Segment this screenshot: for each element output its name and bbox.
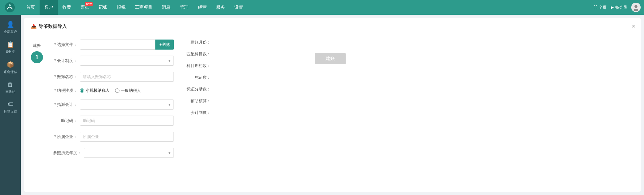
tax-option2-text: 一般纳税人 <box>121 88 141 93</box>
nav-accounting[interactable]: 记账 <box>94 0 112 15</box>
reference-year-select-wrapper: ▼ <box>84 148 174 158</box>
sidebar-item-tag-settings[interactable]: 🏷 标签设置 <box>0 97 21 117</box>
accounting-system-label: * 会计制度： <box>53 58 77 64</box>
assigned-accountant-row: * 指派会计： ▼ <box>53 100 174 110</box>
app-logo <box>3 1 16 14</box>
memo-code-label: 助记码： <box>53 118 77 124</box>
auxiliary-accounting-label: 辅助核算： <box>184 98 211 104</box>
nav-collection[interactable]: 收费 <box>58 0 76 15</box>
nav-settings[interactable]: 设置 <box>230 0 248 15</box>
ledger-name-input[interactable] <box>80 72 174 82</box>
accounting-system-select-wrapper: ▼ <box>80 56 174 66</box>
recycle-icon: 🗑 <box>7 81 13 88</box>
fullscreen-button[interactable]: ⛶ 全屏 <box>593 5 607 10</box>
voucher-count-label: 凭证数： <box>184 75 211 80</box>
new-badge: new <box>85 2 93 6</box>
assigned-accountant-label: * 指派会计： <box>53 102 77 108</box>
build-account-button[interactable]: 建账 <box>315 53 346 64</box>
nav-tax[interactable]: 报税 <box>112 0 130 15</box>
sidebar: 👤 全部客户 📋 0申报 📦 账套迁移 🗑 回收站 🏷 标签设置 <box>0 15 21 195</box>
accounting-month-label: 建账月份： <box>184 40 211 45</box>
sidebar-item-label: 账套迁移 <box>4 70 17 74</box>
company-input[interactable] <box>80 132 174 142</box>
sidebar-item-label: 回收站 <box>5 89 15 94</box>
nav-right-actions: ⛶ 全屏 ▶ 畅会员 <box>593 3 641 12</box>
accounting-system-row: * 会计制度： ▼ <box>53 56 174 66</box>
step-indicator: 建账 1 <box>31 40 43 63</box>
account-migrate-icon: 📦 <box>7 61 14 68</box>
nav-items: 首页 客户 收费 票据 new 记账 报税 工商项目 消息 管理 经营 服务 设… <box>21 0 593 15</box>
subject-initial-label: 科目期初数： <box>184 63 211 69</box>
declaration-icon: 📋 <box>7 41 14 48</box>
member-label: 畅会员 <box>615 5 627 10</box>
select-file-label: * 选择文件： <box>53 42 77 48</box>
tax-type-row: * 纳税性质： 小规模纳税人 一般纳税人 <box>53 88 174 93</box>
sidebar-item-label: 全部客户 <box>4 29 17 34</box>
auxiliary-accounting-row: 辅助核算： <box>184 98 305 104</box>
tax-option2-radio[interactable] <box>115 88 119 93</box>
right-accounting-system-row: 会计制度： <box>184 110 305 116</box>
match-subjects-label: 匹配科目数： <box>184 51 211 57</box>
content-area: 📥 导爷数据导入 × 建账 1 * 选择文件： <box>21 15 644 195</box>
panel-title-text: 导爷数据导入 <box>39 23 67 29</box>
select-file-row: * 选择文件： +浏览 <box>53 40 174 50</box>
panel-title: 📥 导爷数据导入 <box>31 23 634 29</box>
tax-option2-label[interactable]: 一般纳税人 <box>115 88 141 93</box>
accounting-month-row: 建账月份： <box>184 40 305 45</box>
form-left: * 选择文件： +浏览 * 会计制度： ▼ <box>53 40 174 164</box>
reference-year-label: 参照历史年度： <box>53 150 81 156</box>
main-panel: 📥 导爷数据导入 × 建账 1 * 选择文件： <box>24 18 641 192</box>
user-avatar[interactable] <box>631 3 641 12</box>
top-navigation: 首页 客户 收费 票据 new 记账 报税 工商项目 消息 管理 经营 服务 设… <box>0 0 644 15</box>
all-clients-icon: 👤 <box>7 21 14 28</box>
tax-option1-text: 小规模纳税人 <box>86 88 110 93</box>
voucher-entries-row: 凭证分录数： <box>184 86 305 92</box>
nav-bizproject[interactable]: 工商项目 <box>130 0 157 15</box>
browse-button[interactable]: +浏览 <box>155 40 174 50</box>
voucher-entries-label: 凭证分录数： <box>184 86 211 92</box>
nav-invoices[interactable]: 票据 new <box>76 0 94 15</box>
tax-option1-label[interactable]: 小规模纳税人 <box>80 88 110 93</box>
file-text-input[interactable] <box>80 40 155 50</box>
assigned-accountant-select[interactable] <box>80 100 174 110</box>
subject-initial-row: 科目期初数： <box>184 63 305 69</box>
nav-messages[interactable]: 消息 <box>157 0 175 15</box>
match-subjects-row: 匹配科目数： <box>184 51 305 57</box>
company-row: * 所属企业： <box>53 132 174 142</box>
reference-year-row: 参照历史年度： ▼ <box>53 148 174 158</box>
sidebar-item-label: 标签设置 <box>4 109 17 114</box>
nav-operations[interactable]: 经营 <box>193 0 211 15</box>
svg-point-3 <box>634 9 638 11</box>
assigned-accountant-select-wrapper: ▼ <box>80 100 174 110</box>
accounting-system-select[interactable] <box>80 56 174 66</box>
nav-management[interactable]: 管理 <box>175 0 193 15</box>
member-icon: ▶ <box>611 5 614 10</box>
nav-customers[interactable]: 客户 <box>40 0 58 15</box>
tax-type-radio-group: 小规模纳税人 一般纳税人 <box>80 88 141 93</box>
svg-point-2 <box>635 5 638 8</box>
close-button[interactable]: × <box>632 23 635 30</box>
file-input-wrapper: +浏览 <box>80 40 174 50</box>
sidebar-item-recycle[interactable]: 🗑 回收站 <box>0 78 21 97</box>
right-accounting-system-label: 会计制度： <box>184 110 211 116</box>
memo-code-row: 助记码： <box>53 116 174 126</box>
ledger-name-label: * 账簿名称： <box>53 74 77 80</box>
svg-point-1 <box>9 4 11 6</box>
reference-year-select[interactable] <box>84 148 174 158</box>
sidebar-item-declaration[interactable]: 📋 0申报 <box>0 38 21 58</box>
form-action: 建账 <box>315 40 346 64</box>
main-layout: 👤 全部客户 📋 0申报 📦 账套迁移 🗑 回收站 🏷 标签设置 📥 导爷数据导… <box>0 15 644 195</box>
memo-code-input[interactable] <box>80 116 174 126</box>
tax-option1-radio[interactable] <box>80 88 84 93</box>
member-button[interactable]: ▶ 畅会员 <box>611 5 627 10</box>
tax-type-label: * 纳税性质： <box>53 88 77 93</box>
form-right: 建账月份： 匹配科目数： 科目期初数： 凭证数： <box>184 40 305 122</box>
nav-home[interactable]: 首页 <box>21 0 40 15</box>
import-icon: 📥 <box>31 24 37 29</box>
sidebar-item-all-clients[interactable]: 👤 全部客户 <box>0 17 21 38</box>
sidebar-item-label: 0申报 <box>6 50 15 54</box>
nav-services[interactable]: 服务 <box>211 0 230 15</box>
fullscreen-icon: ⛶ <box>593 5 597 10</box>
form-container: 建账 1 * 选择文件： +浏览 * 会计制度： <box>31 36 634 167</box>
sidebar-item-account-migrate[interactable]: 📦 账套迁移 <box>0 58 21 78</box>
